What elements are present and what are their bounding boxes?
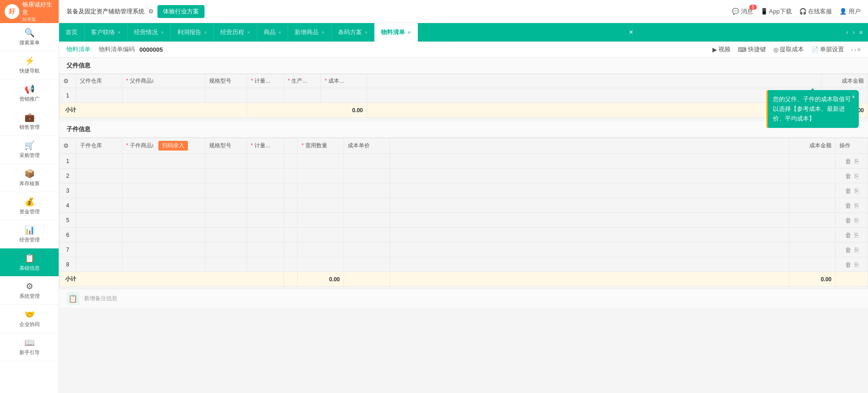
- close-barcode-tab[interactable]: ×: [365, 30, 368, 35]
- child-warehouse-3[interactable]: [76, 183, 122, 198]
- child-delete-2[interactable]: 🗑: [844, 171, 852, 181]
- child-unit-4[interactable]: [247, 198, 284, 213]
- sidebar-item-enterprise[interactable]: 🤝 企业协同: [0, 305, 59, 333]
- child-product-1[interactable]: [122, 154, 205, 169]
- sidebar-item-guide[interactable]: 📖 新手引导: [0, 333, 59, 361]
- pager-next[interactable]: ›: [854, 46, 856, 53]
- sidebar-item-sales[interactable]: 💼 销售管理: [0, 108, 59, 136]
- child-warehouse-7[interactable]: [76, 242, 122, 257]
- child-copy-7[interactable]: ⎘: [854, 245, 859, 254]
- trial-button[interactable]: 体验行业方案: [157, 5, 205, 18]
- child-spec-5[interactable]: [205, 213, 247, 228]
- sidebar-item-inventory[interactable]: 📦 库存核算: [0, 164, 59, 192]
- message-wrap[interactable]: 💬 消息 6: [732, 7, 753, 16]
- user-menu[interactable]: 👤 用户: [839, 7, 861, 16]
- pager-menu[interactable]: ≡: [857, 46, 861, 53]
- close-history-tab[interactable]: ×: [247, 30, 250, 35]
- tooltip-close-btn[interactable]: ×: [852, 93, 855, 102]
- child-product-5[interactable]: [122, 213, 205, 228]
- child-delete-5[interactable]: 🗑: [844, 216, 852, 225]
- child-delete-6[interactable]: 🗑: [844, 230, 852, 240]
- child-spec-1[interactable]: [205, 154, 247, 169]
- child-spec-3[interactable]: [205, 183, 247, 198]
- child-copy-6[interactable]: ⎘: [854, 230, 859, 240]
- child-warehouse-1[interactable]: [76, 154, 122, 169]
- tab-business[interactable]: 经营情况 ×: [127, 23, 170, 42]
- child-spec-8[interactable]: [205, 257, 247, 272]
- bottom-text[interactable]: 新增备注信息: [84, 295, 117, 302]
- close-profit-tab[interactable]: ×: [204, 30, 207, 35]
- tab-bom[interactable]: 物料清单 ×: [374, 23, 417, 42]
- tab-close-all[interactable]: ×: [623, 28, 639, 36]
- settings-gear-icon[interactable]: ⚙: [63, 78, 69, 85]
- tab-menu-arrow[interactable]: ≡: [857, 29, 864, 36]
- parent-warehouse-1[interactable]: [76, 88, 122, 103]
- sidebar-item-quicknav[interactable]: ⚡ 快捷导航: [0, 51, 59, 79]
- child-unit-2[interactable]: [247, 169, 284, 183]
- close-customer-tab[interactable]: ×: [118, 30, 121, 35]
- sidebar-item-system[interactable]: ⚙ 系统管理: [0, 277, 59, 305]
- child-qty-4[interactable]: [298, 198, 344, 213]
- child-warehouse-4[interactable]: [76, 198, 122, 213]
- close-bom-tab[interactable]: ×: [408, 30, 410, 35]
- child-unit-cost-2[interactable]: [344, 169, 390, 183]
- child-qty-6[interactable]: [298, 228, 344, 242]
- parent-spec-1[interactable]: [205, 88, 247, 103]
- child-copy-4[interactable]: ⎘: [854, 201, 859, 210]
- child-unit-8[interactable]: [247, 257, 284, 272]
- tab-newgoods[interactable]: 新增商品 ×: [288, 23, 331, 42]
- shortcut-btn[interactable]: ⌨ 快捷键: [738, 45, 766, 54]
- child-unit-cost-8[interactable]: [344, 257, 390, 272]
- child-delete-4[interactable]: 🗑: [844, 201, 852, 210]
- tab-next-arrow[interactable]: ›: [851, 29, 856, 36]
- child-unit-7[interactable]: [247, 242, 284, 257]
- sidebar-item-marketing[interactable]: 📢 营销推广: [0, 79, 59, 108]
- close-goods-tab[interactable]: ×: [278, 30, 281, 35]
- parent-producer-1[interactable]: [284, 88, 321, 103]
- child-delete-3[interactable]: 🗑: [844, 186, 852, 195]
- child-qty-2[interactable]: [298, 169, 344, 183]
- sidebar-item-basics[interactable]: 📋 基础信息: [0, 248, 59, 277]
- child-copy-8[interactable]: ⎘: [854, 260, 859, 269]
- pager-prev[interactable]: ‹: [851, 46, 853, 53]
- single-settings-btn[interactable]: 📄 单据设置: [811, 45, 844, 54]
- sidebar-item-purchase[interactable]: 🛒 采购管理: [0, 136, 59, 164]
- view-btn[interactable]: ▶ 视频: [712, 45, 730, 54]
- child-unit-3[interactable]: [247, 183, 284, 198]
- child-settings-icon[interactable]: ⚙: [63, 142, 69, 149]
- child-unit-cost-5[interactable]: [344, 213, 390, 228]
- child-product-3[interactable]: [122, 183, 205, 198]
- extract-cost-btn[interactable]: ◎ 提取成本: [773, 45, 804, 54]
- child-unit-1[interactable]: [247, 154, 284, 169]
- online-service[interactable]: 🎧 在线客服: [799, 7, 832, 16]
- settings-btn[interactable]: ⚙: [148, 8, 154, 15]
- child-unit-cost-4[interactable]: [344, 198, 390, 213]
- child-product-2[interactable]: [122, 169, 205, 183]
- tab-barcode[interactable]: 条码方案 ×: [332, 23, 374, 42]
- child-warehouse-6[interactable]: [76, 228, 122, 242]
- sidebar-item-operations[interactable]: 📊 经营管理: [0, 220, 59, 248]
- child-warehouse-5[interactable]: [76, 213, 122, 228]
- child-qty-5[interactable]: [298, 213, 344, 228]
- child-spec-7[interactable]: [205, 242, 247, 257]
- child-unit-5[interactable]: [247, 213, 284, 228]
- app-download[interactable]: 📱 App下载: [760, 7, 792, 16]
- child-spec-6[interactable]: [205, 228, 247, 242]
- child-delete-1[interactable]: 🗑: [844, 157, 852, 166]
- parent-unit-1[interactable]: [247, 88, 284, 103]
- child-product-4[interactable]: [122, 198, 205, 213]
- child-product-8[interactable]: [122, 257, 205, 272]
- child-unit-6[interactable]: [247, 228, 284, 242]
- close-business-tab[interactable]: ×: [161, 30, 163, 35]
- child-warehouse-8[interactable]: [76, 257, 122, 272]
- close-newgoods-tab[interactable]: ×: [321, 30, 324, 35]
- tab-home[interactable]: 首页: [59, 23, 84, 42]
- parent-product-1[interactable]: [122, 88, 205, 103]
- child-qty-1[interactable]: [298, 154, 344, 169]
- child-spec-2[interactable]: [205, 169, 247, 183]
- child-unit-cost-7[interactable]: [344, 242, 390, 257]
- parent-cost-1[interactable]: [321, 88, 367, 103]
- tab-goods[interactable]: 商品 ×: [257, 23, 288, 42]
- child-product-7[interactable]: [122, 242, 205, 257]
- breadcrumb-current[interactable]: 物料清单: [66, 45, 90, 54]
